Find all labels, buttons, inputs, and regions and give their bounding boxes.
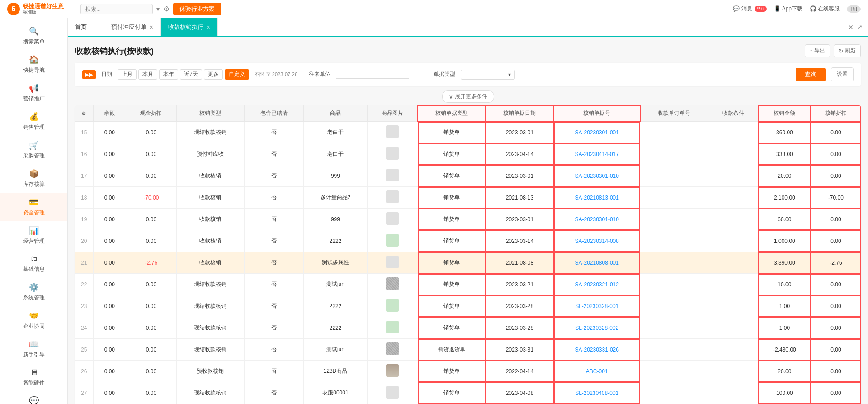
setting-btn[interactable]: 设置 — [831, 67, 854, 81]
slip-no-link[interactable]: SL-20230328-002 — [575, 325, 618, 331]
sidebar-item-inventory[interactable]: 📦 库存核算 — [0, 164, 67, 193]
top-search-input[interactable] — [80, 4, 153, 14]
cell-balance: 0.00 — [93, 143, 126, 165]
col-settings-header[interactable]: ⚙ — [75, 105, 93, 122]
cell-verify-slip-no[interactable]: SL-20230328-002 — [554, 317, 640, 339]
cell-verify-discount: 0.00 — [811, 122, 861, 143]
cell-include-settled: 否 — [244, 361, 303, 382]
cell-verify-slip-no[interactable]: SA-20230301-010 — [554, 165, 640, 187]
app-download-btn[interactable]: 📱 App下载 — [774, 5, 802, 13]
filter-toggle-btn[interactable]: ▶▶ — [82, 70, 96, 79]
date-custom-btn[interactable]: 自定义 — [225, 69, 249, 80]
sidebar-item-enterprise[interactable]: 🤝 企业协同 — [0, 306, 67, 335]
cell-verify-slip-no[interactable]: SA-20230414-017 — [554, 143, 640, 165]
window-maximize-icon[interactable]: ⤢ — [857, 24, 863, 31]
tab-home[interactable]: 首页 — [68, 18, 104, 36]
tab-receipt[interactable]: 收款核销执行 ✕ — [161, 18, 218, 36]
refresh-btn[interactable]: ↻ 刷新 — [834, 44, 861, 57]
cell-verify-slip-no[interactable]: SA-20230314-008 — [554, 230, 640, 252]
col-verify-slip-no-header: 核销单据号 — [554, 105, 640, 122]
cell-verify-amount: 333.00 — [758, 143, 811, 165]
messages-btn[interactable]: 💬 消息 99+ — [733, 5, 767, 13]
tab-prepay-close[interactable]: ✕ — [149, 24, 153, 30]
slip-no-link[interactable]: SA-20230414-017 — [575, 151, 618, 157]
sidebar-label-marketing: 营销推广 — [23, 95, 45, 103]
page-actions: ↑ 导出 ↻ 刷新 — [805, 44, 861, 57]
cell-verify-amount: 20.00 — [758, 361, 811, 382]
cell-verify-slip-no[interactable]: SA-20210813-001 — [554, 187, 640, 209]
date-last-month-btn[interactable]: 上月 — [118, 69, 137, 80]
cell-verify-slip-no[interactable]: SA-20230331-026 — [554, 339, 640, 361]
slip-no-link[interactable]: SA-20230314-008 — [575, 238, 618, 244]
cell-verify-slip-no[interactable]: ABC-001 — [554, 361, 640, 382]
sidebar-item-sales[interactable]: 💰 销售管理 — [0, 107, 67, 136]
slip-no-link[interactable]: SA-20230301-010 — [575, 216, 618, 223]
date-7days-btn[interactable]: 近7天 — [180, 69, 202, 80]
slip-no-link[interactable]: SA-20230301-010 — [575, 173, 618, 179]
slip-no-link[interactable]: SL-20230328-001 — [575, 303, 618, 309]
tab-receipt-close[interactable]: ✕ — [206, 24, 210, 30]
cell-product: 2222 — [303, 230, 368, 252]
cell-verify-slip-no[interactable]: SL-20230408-001 — [554, 382, 640, 404]
query-btn[interactable]: 查询 — [796, 68, 826, 81]
tab-prepay[interactable]: 预付冲应付单 ✕ — [104, 18, 161, 36]
filter-divider-1 — [303, 70, 303, 79]
user-avatar[interactable]: Rit — [847, 5, 861, 13]
slip-no-link[interactable]: SA-20210808-001 — [575, 260, 618, 266]
main-layout: 🔍 搜索菜单 🏠 快捷导航 📢 营销推广 💰 销售管理 🛒 采购管理 📦 库存核… — [0, 18, 868, 404]
sidebar-item-quick[interactable]: 🏠 快捷导航 — [0, 50, 67, 79]
slip-no-link[interactable]: SA-20230321-012 — [575, 281, 618, 288]
slip-no-link[interactable]: SA-20230331-026 — [575, 347, 618, 353]
sidebar-item-base[interactable]: 🗂 基础信息 — [0, 250, 67, 278]
sidebar-item-marketing[interactable]: 📢 营销推广 — [0, 79, 67, 107]
expand-conditions-btn[interactable]: ∨ 展开更多条件 — [442, 90, 494, 103]
filter-bar: ▶▶ 日期 上月 本月 本年 近7天 更多 自定义 不限 至 2023-07-2… — [75, 63, 861, 86]
unit-input[interactable] — [336, 70, 409, 79]
cell-verify-type: 现结收款核销 — [176, 295, 244, 317]
cell-verify-slip-date: 2023-03-01 — [486, 122, 553, 143]
industry-btn[interactable]: 休验行业方案 — [173, 3, 221, 15]
sidebar-item-guide[interactable]: 📖 新手引导 — [0, 335, 67, 363]
cell-include-settled: 否 — [244, 187, 303, 209]
type-select[interactable]: ▾ — [461, 70, 515, 80]
cell-verify-slip-no[interactable]: SA-20210808-001 — [554, 252, 640, 274]
cell-verify-slip-no[interactable]: SA-20230301-001 — [554, 122, 640, 143]
col-receipt-condition-header: 收款条件 — [708, 105, 758, 122]
cell-verify-slip-no[interactable]: SL-20230328-001 — [554, 295, 640, 317]
cell-cash-discount: -70.00 — [126, 187, 176, 209]
cell-receipt-condition — [708, 187, 758, 209]
date-more-btn[interactable]: 更多 — [204, 69, 223, 80]
export-btn[interactable]: ↑ 导出 — [805, 44, 830, 57]
online-service-btn[interactable]: 🎧 在线客服 — [810, 5, 840, 13]
sidebar-item-hardware[interactable]: 🖥 智能硬件 — [0, 363, 67, 391]
cell-verify-slip-date: 2023-04-14 — [486, 143, 553, 165]
sidebar-item-search[interactable]: 🔍 搜索菜单 — [0, 22, 67, 50]
settings-gear-icon[interactable]: ⚙ — [163, 5, 170, 13]
cell-include-settled: 否 — [244, 274, 303, 295]
cell-balance: 0.00 — [93, 382, 126, 404]
date-this-month-btn[interactable]: 本月 — [138, 69, 157, 80]
cell-verify-slip-no[interactable]: SA-20230301-010 — [554, 209, 640, 230]
wechat-icon: 💬 — [29, 396, 39, 404]
sidebar-item-finance[interactable]: 💳 资金管理 — [0, 193, 67, 221]
cell-cash-discount: 0.00 — [126, 143, 176, 165]
sidebar-label-finance: 资金管理 — [23, 209, 45, 217]
sidebar-item-system[interactable]: ⚙️ 系统管理 — [0, 278, 67, 306]
cell-balance: 0.00 — [93, 339, 126, 361]
cell-verify-slip-no[interactable]: SA-20230321-012 — [554, 274, 640, 295]
date-this-year-btn[interactable]: 本年 — [159, 69, 178, 80]
window-minimize-icon[interactable]: ✕ — [848, 24, 854, 31]
top-bar-center: ▾ ⚙ 休验行业方案 — [80, 3, 727, 15]
sidebar-item-operations[interactable]: 📊 经营管理 — [0, 221, 67, 250]
slip-no-link[interactable]: ABC-001 — [586, 368, 608, 375]
sidebar-item-purchase[interactable]: 🛒 采购管理 — [0, 136, 67, 164]
cell-verify-discount: 0.00 — [811, 209, 861, 230]
slip-no-link[interactable]: SA-20210813-001 — [575, 195, 618, 201]
slip-no-link[interactable]: SA-20230301-001 — [575, 129, 618, 136]
sidebar-item-wechat[interactable]: 💬 企业微信 — [0, 391, 67, 404]
slip-no-link[interactable]: SL-20230408-001 — [575, 390, 618, 396]
dropdown-icon[interactable]: ▾ — [156, 5, 160, 13]
sidebar: 🔍 搜索菜单 🏠 快捷导航 📢 营销推广 💰 销售管理 🛒 采购管理 📦 库存核… — [0, 18, 68, 404]
expand-bar: ∨ 展开更多条件 — [75, 90, 861, 103]
cell-receipt-order-no — [640, 274, 708, 295]
